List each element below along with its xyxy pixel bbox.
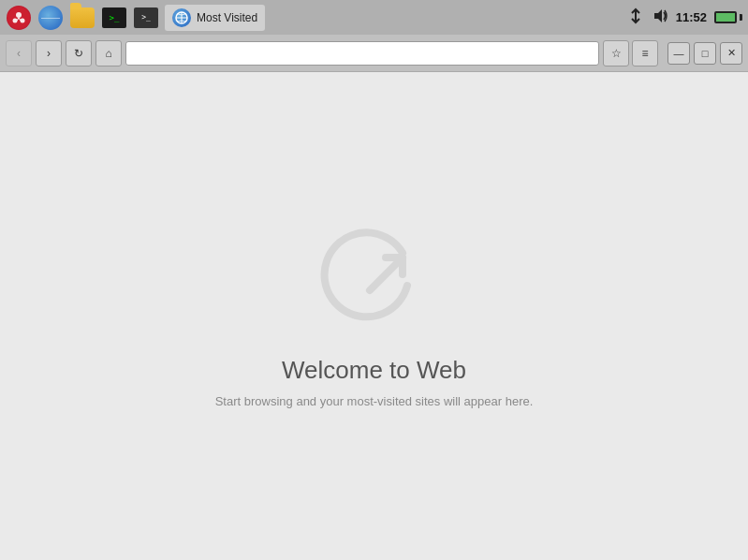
minimize-button[interactable]: — xyxy=(667,42,690,65)
folder-icon xyxy=(70,7,95,28)
back-button[interactable]: ‹ xyxy=(6,40,32,66)
globe-button[interactable] xyxy=(37,5,64,31)
battery-indicator xyxy=(714,11,742,23)
welcome-icon xyxy=(318,225,431,337)
terminal2-icon: >_ xyxy=(134,7,158,28)
maximize-button[interactable]: □ xyxy=(694,42,716,65)
welcome-subtitle: Start browsing and your most-visited sit… xyxy=(215,394,534,408)
svg-point-0 xyxy=(16,12,22,18)
svg-line-4 xyxy=(19,18,21,21)
browser-tab-icon xyxy=(172,8,191,27)
bookmark-button[interactable]: ☆ xyxy=(603,40,629,66)
browser-toolbar: ‹ › ↻ ⌂ ☆ ≡ — □ ✕ xyxy=(0,35,748,72)
battery-tip xyxy=(740,14,742,21)
clock: 11:52 xyxy=(676,10,707,24)
browser-content: Welcome to Web Start browsing and your m… xyxy=(0,72,748,560)
toolbar-right-btns: ☆ ≡ xyxy=(603,40,658,66)
folder-button[interactable] xyxy=(69,5,95,31)
terminal-button[interactable]: >_ xyxy=(101,5,127,31)
browser-window: ‹ › ↻ ⌂ ☆ ≡ — □ ✕ Welcome xyxy=(0,35,748,560)
welcome-title: Welcome to Web xyxy=(282,356,466,385)
sort-icon[interactable] xyxy=(627,7,644,28)
url-bar[interactable] xyxy=(125,41,599,66)
taskbar: >_ >_ Most Visited xyxy=(0,0,748,35)
rpi-logo-icon xyxy=(7,6,31,30)
forward-button[interactable]: › xyxy=(36,40,62,66)
window-controls: — □ ✕ xyxy=(667,42,742,65)
reload-button[interactable]: ↻ xyxy=(66,40,92,66)
globe-icon xyxy=(38,6,63,30)
system-tray: 11:52 xyxy=(627,7,742,28)
svg-line-10 xyxy=(370,258,403,290)
volume-icon[interactable] xyxy=(652,7,668,28)
menu-button[interactable]: ≡ xyxy=(632,40,658,66)
svg-point-2 xyxy=(21,18,25,22)
battery-body xyxy=(714,11,737,23)
home-button[interactable]: ⌂ xyxy=(95,40,122,66)
svg-point-1 xyxy=(13,18,18,22)
svg-marker-9 xyxy=(654,9,662,22)
terminal-icon: >_ xyxy=(102,7,126,28)
browser-tab-label: Most Visited xyxy=(197,11,257,24)
browser-taskbar-tab[interactable]: Most Visited xyxy=(165,5,265,31)
terminal2-button[interactable]: >_ xyxy=(133,5,159,31)
close-button[interactable]: ✕ xyxy=(720,42,742,65)
rpi-logo-button[interactable] xyxy=(6,5,32,31)
